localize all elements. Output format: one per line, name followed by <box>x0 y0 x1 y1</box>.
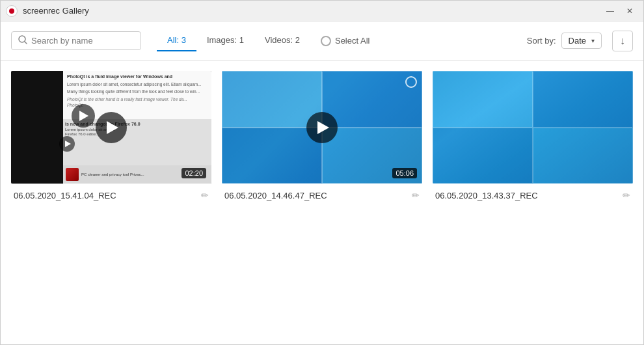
sort-value: Date <box>569 36 586 46</box>
edit-icon[interactable]: ✏ <box>623 190 630 200</box>
tab-images[interactable]: Images: 1 <box>196 30 254 51</box>
search-input[interactable] <box>31 36 122 46</box>
media-name: 06.05.2020_15.41.04_REC <box>14 191 116 200</box>
media-name: 06.05.2020_13.43.37_REC <box>435 191 538 200</box>
duration-badge: 02:20 <box>181 168 206 178</box>
search-box[interactable] <box>11 31 141 50</box>
duration-badge: 05:06 <box>392 168 417 178</box>
select-circle[interactable] <box>405 76 417 88</box>
media-thumbnail[interactable]: 05:06 <box>222 71 422 184</box>
tab-all[interactable]: All: 3 <box>157 30 196 51</box>
tab-videos[interactable]: Videos: 2 <box>254 30 310 51</box>
download-button[interactable]: ↓ <box>612 31 633 51</box>
play-button[interactable] <box>306 112 338 143</box>
select-all-label: Select All <box>335 36 369 46</box>
titlebar: screenrec Gallery — ✕ <box>1 1 643 21</box>
select-all-control[interactable]: Select All <box>321 36 369 46</box>
media-thumbnail[interactable]: PhotoQt is a fluid image viewer for Wind… <box>11 71 211 184</box>
play-button[interactable] <box>96 112 127 143</box>
window-controls: — ✕ <box>602 4 638 18</box>
media-thumbnail[interactable] <box>433 71 633 184</box>
gallery-grid: PhotoQt is a fluid image viewer for Wind… <box>1 61 643 344</box>
select-all-radio[interactable] <box>321 36 331 46</box>
media-info: 06.05.2020_15.41.04_REC ✏ <box>11 184 211 203</box>
sort-control: Sort by: Date ▾ ↓ <box>527 31 633 51</box>
search-icon <box>18 35 27 46</box>
thumbnail-image <box>433 71 633 184</box>
media-info: 06.05.2020_13.43.37_REC ✏ <box>433 184 633 203</box>
filter-tabs: All: 3 Images: 1 Videos: 2 Select All <box>157 30 527 51</box>
app-title: screenrec Gallery <box>23 6 602 16</box>
sort-dropdown[interactable]: Date ▾ <box>561 33 602 49</box>
svg-line-1 <box>25 42 27 44</box>
minimize-button[interactable]: — <box>602 4 619 18</box>
media-card[interactable]: 05:06 06.05.2020_14.46.47_REC ✏ <box>222 71 422 203</box>
media-info: 06.05.2020_14.46.47_REC ✏ <box>222 184 422 203</box>
media-name: 06.05.2020_14.46.47_REC <box>224 191 327 200</box>
toolbar: All: 3 Images: 1 Videos: 2 Select All So… <box>1 21 643 61</box>
app-logo <box>6 5 18 17</box>
close-button[interactable]: ✕ <box>621 4 638 18</box>
chevron-down-icon: ▾ <box>591 37 595 44</box>
sort-label: Sort by: <box>527 36 556 46</box>
edit-icon[interactable]: ✏ <box>412 190 420 200</box>
edit-icon[interactable]: ✏ <box>201 190 209 200</box>
media-card[interactable]: 06.05.2020_13.43.37_REC ✏ <box>433 71 633 203</box>
media-card[interactable]: PhotoQt is a fluid image viewer for Wind… <box>11 71 211 203</box>
